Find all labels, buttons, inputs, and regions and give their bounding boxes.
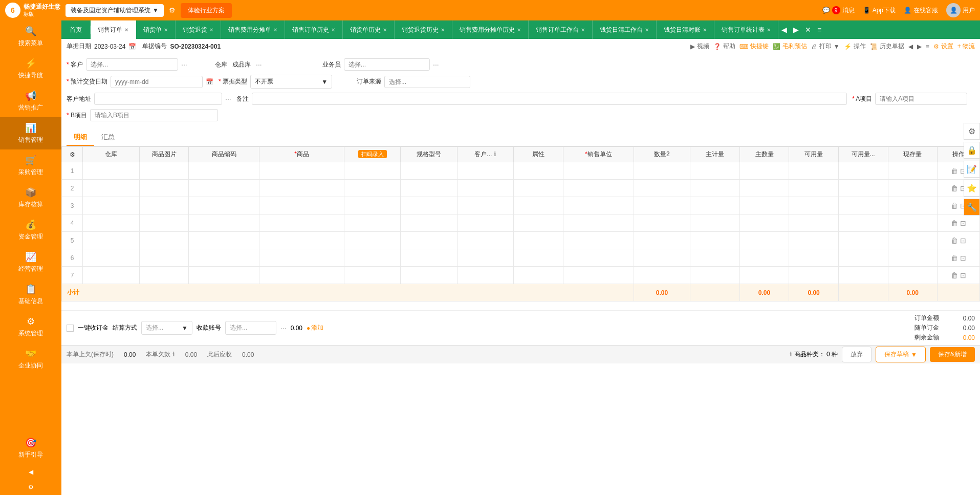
row-4-spec[interactable] bbox=[401, 214, 457, 232]
save-draft-button[interactable]: 保存草稿 ▼ bbox=[876, 347, 926, 362]
sidebar-item-sales[interactable]: 📊 销售管理 bbox=[0, 117, 61, 149]
row-2-spec[interactable] bbox=[401, 180, 457, 197]
tab-order-workbench[interactable]: 销售订单工作台 ✕ bbox=[529, 20, 593, 39]
address-input[interactable] bbox=[94, 93, 222, 105]
tab-order-stats[interactable]: 销售订单统计表 ✕ bbox=[714, 20, 778, 39]
tab-prev-arrow[interactable]: ◀ bbox=[778, 26, 790, 34]
payment-more-btn[interactable]: ··· bbox=[280, 324, 287, 332]
row-1-product[interactable] bbox=[259, 162, 344, 180]
row-4-code[interactable] bbox=[189, 214, 259, 232]
delivery-cal-icon[interactable]: 📅 bbox=[206, 78, 213, 85]
row-6-spec[interactable] bbox=[401, 249, 457, 267]
row-1-main-qty[interactable] bbox=[739, 162, 789, 180]
row-7-attribute[interactable] bbox=[514, 267, 563, 284]
row-1-qty2[interactable] bbox=[634, 162, 690, 180]
tab-close-sales-expense[interactable]: ✕ bbox=[273, 27, 277, 33]
salesman-input[interactable] bbox=[344, 58, 430, 71]
row-4-main-qty[interactable] bbox=[739, 214, 789, 232]
row-5-main-qty[interactable] bbox=[739, 232, 789, 249]
sidebar-item-navigation[interactable]: ⚡ 快捷导航 bbox=[0, 53, 61, 85]
discard-button[interactable]: 放弃 bbox=[842, 347, 872, 362]
tab-home[interactable]: 首页 bbox=[61, 26, 91, 34]
delivery-date-input[interactable] bbox=[111, 76, 203, 88]
row-1-delete-icon[interactable]: 🗑 bbox=[951, 167, 958, 175]
row-6-warehouse[interactable] bbox=[83, 249, 139, 267]
row-4-delete-icon[interactable]: 🗑 bbox=[951, 219, 958, 227]
row-7-copy-icon[interactable]: ⊡ bbox=[960, 271, 966, 279]
row-3-qty2[interactable] bbox=[634, 197, 690, 214]
row-4-warehouse[interactable] bbox=[83, 214, 139, 232]
row-2-unit[interactable] bbox=[563, 180, 634, 197]
online-service-item[interactable]: 👤 在线客服 bbox=[904, 6, 938, 15]
remark-input[interactable] bbox=[252, 93, 847, 105]
sidebar-item-search[interactable]: 🔍 搜索菜单 bbox=[0, 20, 61, 53]
tab-close-all[interactable]: ✕ bbox=[802, 26, 814, 34]
row-6-qty2[interactable] bbox=[634, 249, 690, 267]
sidebar-item-management[interactable]: 📈 经营管理 bbox=[0, 246, 61, 278]
row-5-spec[interactable] bbox=[401, 232, 457, 249]
a-project-input[interactable] bbox=[875, 93, 967, 105]
tab-sales-order[interactable]: 销售订单 ✕ bbox=[91, 20, 136, 39]
row-7-qty2[interactable] bbox=[634, 267, 690, 284]
row-2-attribute[interactable] bbox=[514, 180, 563, 197]
row-3-spec[interactable] bbox=[401, 197, 457, 214]
row-3-delete-icon[interactable]: 🗑 bbox=[951, 202, 958, 210]
row-5-customer-code[interactable] bbox=[457, 232, 513, 249]
tab-close-order-stats[interactable]: ✕ bbox=[767, 27, 771, 33]
sidebar-item-finance[interactable]: 💰 资金管理 bbox=[0, 214, 61, 246]
row-3-code[interactable] bbox=[189, 197, 259, 214]
view-toggle[interactable]: ≡ bbox=[926, 43, 929, 50]
col-settings[interactable]: ⚙ bbox=[62, 147, 83, 162]
sidebar-settings-btn[interactable]: ⚙ bbox=[0, 480, 61, 495]
tab-summary[interactable]: 汇总 bbox=[94, 130, 122, 146]
sidebar-item-basic-info[interactable]: 📋 基础信息 bbox=[0, 278, 61, 311]
calendar-icon[interactable]: 📅 bbox=[128, 43, 136, 50]
nav-prev[interactable]: ◀ bbox=[908, 43, 913, 50]
invoice-select[interactable]: 不开票 ▼ bbox=[250, 75, 332, 89]
row-1-customer-code[interactable] bbox=[457, 162, 513, 180]
customer-input[interactable] bbox=[86, 58, 178, 71]
add-payment-btn[interactable]: ● 添加 bbox=[307, 324, 323, 332]
row-7-product[interactable] bbox=[259, 267, 344, 284]
row-2-qty2[interactable] bbox=[634, 180, 690, 197]
tab-sales-return[interactable]: 销货退货 ✕ bbox=[176, 20, 221, 39]
row-4-customer-code[interactable] bbox=[457, 214, 513, 232]
history-btn[interactable]: 📜 历史单据 bbox=[870, 42, 904, 51]
row-2-product[interactable] bbox=[259, 180, 344, 197]
tab-close-sales-order[interactable]: ✕ bbox=[124, 27, 128, 33]
row-6-code[interactable] bbox=[189, 249, 259, 267]
row-3-unit[interactable] bbox=[563, 197, 634, 214]
row-3-warehouse[interactable] bbox=[83, 197, 139, 214]
tab-sales-return-history[interactable]: 销货退货历史 ✕ bbox=[395, 20, 452, 39]
row-6-delete-icon[interactable]: 🗑 bbox=[951, 254, 958, 262]
profit-btn[interactable]: 💹 毛利预估 bbox=[773, 42, 807, 51]
sidebar-item-inventory[interactable]: 📦 库存核算 bbox=[0, 182, 61, 214]
row-5-copy-icon[interactable]: ⊡ bbox=[960, 236, 966, 245]
row-5-attribute[interactable] bbox=[514, 232, 563, 249]
user-item[interactable]: 👤 用户 bbox=[946, 3, 975, 17]
tab-close-daily-workbench[interactable]: ✕ bbox=[645, 27, 649, 33]
row-6-main-qty[interactable] bbox=[739, 249, 789, 267]
row-2-customer-code[interactable] bbox=[457, 180, 513, 197]
app-download-item[interactable]: 📱 App下载 bbox=[863, 6, 896, 15]
row-4-copy-icon[interactable]: ⊡ bbox=[960, 219, 966, 227]
bank-account-select[interactable]: 选择... bbox=[225, 321, 276, 335]
warehouse-more-btn[interactable]: ··· bbox=[256, 60, 262, 69]
tab-close-goods-history[interactable]: ✕ bbox=[383, 27, 387, 33]
right-btn-2[interactable]: 🔒 bbox=[964, 142, 980, 159]
row-6-copy-icon[interactable]: ⊡ bbox=[960, 254, 966, 262]
tab-close-order-history[interactable]: ✕ bbox=[331, 27, 335, 33]
row-3-attribute[interactable] bbox=[514, 197, 563, 214]
sidebar-item-enterprise[interactable]: 🤝 企业协同 bbox=[0, 343, 61, 375]
row-2-warehouse[interactable] bbox=[83, 180, 139, 197]
sidebar-item-guide[interactable]: 🎯 新手引导 bbox=[0, 432, 61, 464]
tab-daily-workbench[interactable]: 钱货日清工作台 ✕ bbox=[593, 20, 657, 39]
scan-button[interactable]: 扫码录入 bbox=[358, 150, 387, 158]
sidebar-item-purchase[interactable]: 🛒 采购管理 bbox=[0, 149, 61, 182]
save-new-button[interactable]: 保存&新增 bbox=[930, 347, 975, 362]
tab-menu[interactable]: ≡ bbox=[814, 26, 824, 34]
settings-icon[interactable]: ⚙ bbox=[169, 6, 176, 14]
row-3-main-qty[interactable] bbox=[739, 197, 789, 214]
row-6-unit[interactable] bbox=[563, 249, 634, 267]
help-btn[interactable]: ❓ 帮助 bbox=[713, 42, 735, 51]
